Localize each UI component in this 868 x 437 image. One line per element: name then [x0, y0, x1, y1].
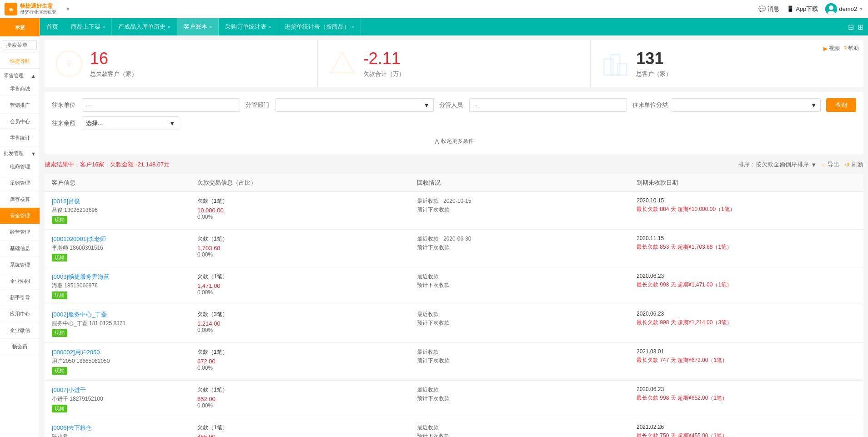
customer-info-6: [0006]去下粮仓 陈小希 现销 — [52, 424, 197, 437]
tab-purchase-stats-close[interactable]: × — [268, 24, 271, 30]
sidebar-item-finance[interactable]: 资金管理 — [0, 208, 40, 224]
dept-label: 分管部门 — [246, 101, 273, 109]
due-date-2: 2020.06.23 — [637, 273, 856, 279]
help-btn[interactable]: ? 帮助 — [843, 45, 859, 52]
svg-text:¥: ¥ — [66, 58, 72, 68]
source-unit-input[interactable]: ··· — [82, 98, 240, 112]
tab-maximize-btn[interactable]: ⊞ — [858, 23, 863, 31]
sidebar-logo-text: 示意 — [15, 24, 25, 31]
balance-select[interactable]: 选择... ▼ — [82, 116, 179, 130]
tab-minimize-btn[interactable]: ⊟ — [848, 23, 854, 31]
table-row: [0002]服务中心_丁磊 服务中心_丁磊 181 0125 8371 现销 欠… — [45, 305, 863, 343]
filter-panel: 往来单位 ··· 分管部门 ▼ — [45, 92, 863, 154]
svg-rect-10 — [611, 55, 620, 75]
refresh-button[interactable]: ↺ 刷新 — [845, 161, 863, 169]
stats-row: ¥ 16 总欠款客户（家） ! — [45, 40, 863, 87]
overdue-link-0[interactable]: 超期¥10,000.00（1笔） — [677, 206, 735, 212]
sidebar-item-member-center[interactable]: 会员中心 — [0, 114, 40, 130]
main-area: 示意 快捷导航 零售管理 ▲ 零售商城 营销推广 会员中心 — [0, 18, 868, 437]
sidebar-item-purchase[interactable]: 采购管理 — [0, 175, 40, 191]
sidebar-item-enterprise[interactable]: 企业协同 — [0, 273, 40, 290]
overdue-link-2[interactable]: 超期¥1,471.00（1笔） — [677, 281, 732, 288]
retail-management-arrow: ▲ — [31, 73, 36, 79]
filter-person: 分管人员 ··· — [439, 98, 627, 112]
tab-purchase-stats[interactable]: 采购订单统计表 × — [219, 18, 278, 35]
sort-arrow-icon: ▼ — [811, 161, 817, 168]
col-header-customer: 客户信息 — [52, 179, 197, 187]
sidebar-item-operations[interactable]: 经营管理 — [0, 224, 40, 241]
sidebar-item-retail-mall[interactable]: 零售商城 — [0, 81, 40, 97]
sidebar-item-marketing[interactable]: 营销推广 — [0, 97, 40, 114]
customer-name-0[interactable]: [0016]吕俊 — [52, 198, 80, 205]
video-btn[interactable]: ▶ 视频 — [823, 45, 840, 52]
balance-value: 选择... — [86, 119, 103, 127]
sidebar-item-batch-management[interactable]: 批发管理 ▼ — [0, 146, 40, 159]
tab-home[interactable]: 首页 — [40, 18, 65, 35]
unit-category-select[interactable]: ▼ — [671, 98, 821, 112]
tab-production-history[interactable]: 产成品入库单历史 × — [112, 18, 177, 35]
sidebar-search-input[interactable] — [3, 40, 37, 50]
customer-name-6[interactable]: [0006]去下粮仓 — [52, 424, 92, 431]
sort-selector[interactable]: 排序：按欠款金额倒序排序 ▼ — [738, 161, 817, 169]
debt-ratio-2: 0.00% — [197, 289, 417, 296]
dept-select[interactable]: ▼ — [276, 98, 434, 112]
stat-content-total-customers: 131 总客户（家） — [636, 49, 672, 78]
tab-customer-account[interactable]: 客户账本 × — [177, 18, 219, 35]
tab-products-online-close[interactable]: × — [102, 24, 105, 30]
tab-goods-stats-close[interactable]: × — [351, 24, 354, 30]
user-arrow-icon: ▼ — [859, 6, 863, 11]
stat-content-debt-amount: -2.11 欠款合计（万） — [363, 49, 405, 78]
sidebar-item-enterprise-wechat[interactable]: 企业微信 — [0, 322, 40, 339]
overdue-link-3[interactable]: 超期¥1,214.00（3笔） — [677, 319, 732, 326]
search-button[interactable]: 查询 — [826, 98, 856, 112]
overdue-link-4[interactable]: 超期¥672.00（1笔） — [677, 357, 728, 363]
customer-name-5[interactable]: [0007]小进千 — [52, 387, 86, 393]
message-btn[interactable]: 💬 消息 — [758, 5, 779, 13]
overdue-link-1[interactable]: 超期¥1,703.68（1笔） — [677, 244, 732, 250]
refresh-icon: ↺ — [845, 161, 850, 168]
sidebar-item-inventory[interactable]: 库存核算 — [0, 191, 40, 208]
user-area[interactable]: demo2 ▼ — [825, 3, 863, 15]
person-input[interactable]: ··· — [469, 98, 627, 112]
collapse-button[interactable]: ⋀ 收起更多条件 — [435, 137, 474, 145]
tab-goods-stats[interactable]: 进货单统计表（按商品） × — [278, 18, 361, 35]
sidebar-quick-nav[interactable]: 快捷导航 — [0, 54, 40, 69]
customer-name-3[interactable]: [0002]服务中心_丁磊 — [52, 311, 107, 318]
customer-name-1[interactable]: [0001020001]李老师 — [52, 236, 106, 242]
sidebar-item-retail-management[interactable]: 零售管理 ▲ — [0, 69, 40, 81]
sidebar-item-system[interactable]: 系统管理 — [0, 257, 40, 273]
stat-card-debt-customers: ¥ 16 总欠款客户（家） — [45, 40, 318, 87]
tab-products-online[interactable]: 商品上下架 × — [65, 18, 112, 35]
customer-name-2[interactable]: [0003]畅捷服务尹海蓝 — [52, 273, 110, 280]
message-icon: 💬 — [758, 5, 766, 12]
help-icon: ? — [843, 45, 847, 52]
overdue-link-5[interactable]: 超期¥652.00（1笔） — [677, 395, 728, 401]
sidebar-item-retail-stats[interactable]: 零售统计 — [0, 130, 40, 146]
overdue-link-6[interactable]: 超期¥455.90（1笔） — [677, 432, 728, 437]
sidebar-item-ecommerce[interactable]: 电商管理 — [0, 159, 40, 175]
recovery-info-3: 最近收款 预计下次收款 — [417, 311, 637, 337]
filter-balance: 往来余额 选择... ▼ — [52, 116, 179, 130]
source-unit-label: 往来单位 — [52, 101, 79, 109]
person-label: 分管人员 — [439, 101, 467, 109]
download-label: App下载 — [796, 5, 818, 13]
debt-ratio-5: 0.00% — [197, 402, 417, 409]
export-button[interactable]: ○ 导出 — [822, 161, 839, 169]
svg-text:畅: 畅 — [9, 8, 13, 12]
tab-production-history-close[interactable]: × — [167, 24, 170, 30]
sidebar-item-vip-member[interactable]: 畅会员 — [0, 339, 40, 355]
app-download-btn[interactable]: 📱 App下载 — [787, 5, 818, 13]
tab-customer-account-close[interactable]: × — [209, 24, 212, 30]
person-dots: ··· — [473, 102, 481, 109]
debt-info-4: 欠款（1笔） 672.00 0.00% — [197, 348, 417, 375]
debt-amount-1: 1,703.68 — [197, 245, 417, 251]
sidebar-item-app-center[interactable]: 应用中心 — [0, 306, 40, 322]
total-customers-icon — [602, 50, 629, 77]
customer-name-4[interactable]: [000002]用户2050 — [52, 349, 100, 356]
debt-amount-2: 1,471.00 — [197, 282, 417, 289]
sidebar-item-new-guide[interactable]: 新手引导 — [0, 290, 40, 306]
username: demo2 — [839, 5, 857, 12]
svg-text:!: ! — [341, 62, 343, 70]
sidebar-item-basic-info[interactable]: 基础信息 — [0, 241, 40, 257]
sidebar-search-area — [0, 36, 40, 54]
